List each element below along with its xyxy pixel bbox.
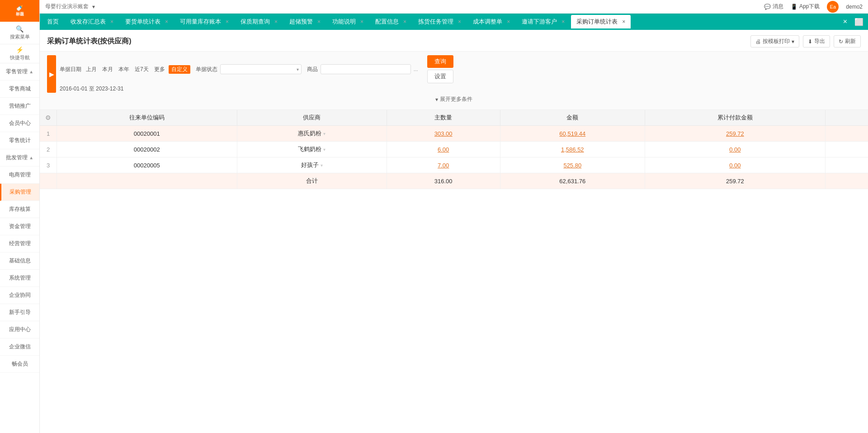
tab-overstock-warn[interactable]: 超储预警 × — [284, 15, 326, 29]
tab-close-icon[interactable]: × — [165, 19, 168, 25]
sidebar-item-marketing[interactable]: 营销推广 — [0, 98, 39, 115]
export-icon: ⬇ — [808, 38, 812, 45]
tab-home[interactable]: 首页 — [42, 15, 64, 29]
row-qty: 6.00 — [387, 142, 500, 157]
goods-more-icon[interactable]: ... — [414, 66, 418, 72]
sidebar-item-finance-mgmt[interactable]: 资金管理 — [0, 218, 39, 235]
date-shortcut-more[interactable]: 更多 — [152, 65, 167, 74]
tab-close-icon[interactable]: × — [110, 19, 113, 25]
tab-close-window-button[interactable]: × — [840, 18, 850, 26]
sidebar-item-search[interactable]: 🔍 搜索菜单 — [0, 22, 39, 44]
avatar: Ea — [827, 1, 839, 13]
tab-maximize-button[interactable]: ⬜ — [852, 18, 866, 26]
footer-empty — [825, 173, 868, 189]
paid-link[interactable]: 259.72 — [726, 130, 744, 137]
date-custom-button[interactable]: 自定义 — [169, 65, 190, 74]
workspace-selector[interactable]: 母婴行业演示账套 ▾ — [45, 3, 95, 10]
export-button[interactable]: ⬇ 导出 — [803, 35, 830, 48]
message-icon: 💬 — [764, 4, 771, 10]
sidebar-item-quick-nav[interactable]: ⚡ 快捷导航 — [0, 44, 39, 63]
row-amount: 525.80 — [500, 157, 645, 173]
goods-input[interactable] — [321, 64, 411, 74]
table-container: ⚙ 往来单位编码 供应商 主数量 金额 累计付款金额 1 00020001 惠氏… — [40, 110, 868, 433]
sidebar-menu: 零售管理 ▲ 零售商城 营销推广 会员中心 零售统计 批发管理 ▲ 电商管理 采… — [0, 63, 39, 433]
sidebar-item-ecommerce-mgmt[interactable]: 电商管理 — [0, 167, 39, 184]
sidebar-item-ops-mgmt[interactable]: 经营管理 — [0, 235, 39, 252]
purchase-stat-table: ⚙ 往来单位编码 供应商 主数量 金额 累计付款金额 1 00020001 惠氏… — [40, 110, 868, 189]
chevron-down-icon: ▲ — [29, 155, 33, 160]
sidebar-item-app-center[interactable]: 应用中心 — [0, 321, 39, 338]
date-range-display: 2016-01-01 至 2023-12-31 — [60, 85, 123, 93]
footer-total-label: 合计 — [237, 173, 387, 189]
tab-close-icon[interactable]: × — [226, 19, 229, 25]
print-dropdown-icon: ▾ — [792, 38, 794, 45]
tab-purchase-stat[interactable]: 采购订单统计表 × — [571, 15, 631, 29]
sidebar-item-retail-mgmt[interactable]: 零售管理 ▲ — [0, 63, 39, 81]
qty-link[interactable]: 303.00 — [434, 130, 453, 137]
goods-label: 商品 — [307, 66, 318, 73]
app-download-button[interactable]: 📱 App下载 — [791, 3, 820, 10]
workspace-name: 母婴行业演示账套 — [45, 3, 89, 10]
filter-actions: 查询 设置 — [427, 55, 453, 83]
filter-toggle-button[interactable]: ▶ — [47, 55, 56, 93]
date-shortcut-this-year[interactable]: 本年 — [117, 65, 131, 74]
sidebar-item-sys-mgmt[interactable]: 系统管理 — [0, 270, 39, 287]
sidebar-item-member[interactable]: 畅会员 — [0, 356, 39, 373]
tab-close-icon[interactable]: × — [317, 19, 321, 25]
tab-available-stock[interactable]: 可用量库存账本 × — [175, 15, 234, 29]
sidebar-item-basic-info[interactable]: 基础信息 — [0, 252, 39, 270]
query-button[interactable]: 查询 — [427, 55, 453, 68]
paid-link[interactable]: 0.00 — [729, 146, 741, 153]
sidebar-item-purchase-mgmt[interactable]: 采购管理 — [0, 184, 39, 201]
th-qty: 主数量 — [387, 110, 500, 126]
tab-collect-send[interactable]: 收发存汇总表 × — [65, 15, 119, 29]
tab-warranty[interactable]: 保质期查询 × — [235, 15, 283, 29]
date-shortcut-7days[interactable]: 近7天 — [133, 65, 151, 74]
amount-link[interactable]: 525.80 — [563, 162, 581, 169]
tab-function-desc[interactable]: 功能说明 × — [327, 15, 369, 29]
amount-link[interactable]: 1,586.52 — [561, 146, 584, 153]
tab-close-icon[interactable]: × — [274, 19, 278, 25]
date-shortcut-this-month[interactable]: 本月 — [100, 65, 115, 74]
tab-order-stat[interactable]: 要货单统计表 × — [120, 15, 174, 29]
footer-label — [57, 173, 237, 189]
column-settings-icon[interactable]: ⚙ — [45, 114, 51, 121]
setting-button[interactable]: 设置 — [427, 70, 453, 83]
row-amount: 1,586.52 — [500, 142, 645, 157]
sidebar-item-member-center[interactable]: 会员中心 — [0, 115, 39, 132]
status-select[interactable] — [220, 64, 302, 74]
tab-close-icon[interactable]: × — [458, 19, 461, 25]
sidebar-item-retail-mall[interactable]: 零售商城 — [0, 81, 39, 98]
tab-cost-adjust[interactable]: 成本调整单 × — [467, 15, 515, 29]
tab-close-icon[interactable]: × — [561, 19, 565, 25]
filter-status: 单据状态 — [196, 64, 302, 74]
date-label: 单据日期 — [60, 66, 81, 73]
expand-more-button[interactable]: ▾ 展开更多条件 — [435, 95, 472, 103]
refresh-button[interactable]: ↻ 刷新 — [834, 35, 861, 48]
footer-total-qty: 316.00 — [387, 173, 500, 189]
print-button[interactable]: 🖨 按模板打印 ▾ — [750, 35, 799, 48]
tab-close-icon[interactable]: × — [403, 19, 406, 25]
row-index: 2 — [40, 142, 57, 157]
sidebar-item-enterprise-wechat[interactable]: 企业微信 — [0, 338, 39, 356]
paid-link[interactable]: 0.00 — [729, 162, 741, 169]
qty-link[interactable]: 7.00 — [438, 162, 449, 169]
tab-close-icon[interactable]: × — [622, 19, 625, 25]
tab-pick-task[interactable]: 拣货任务管理 × — [413, 15, 467, 29]
sidebar-item-new-guide[interactable]: 新手引导 — [0, 304, 39, 321]
sidebar-item-enterprise-coop[interactable]: 企业协同 — [0, 287, 39, 304]
sidebar-item-retail-stat[interactable]: 零售统计 — [0, 132, 39, 149]
sidebar-item-inventory-check[interactable]: 库存核算 — [0, 201, 39, 218]
filter-date: 单据日期 上月 本月 本年 近7天 更多 自定义 — [60, 65, 190, 74]
sidebar-item-wholesale-mgmt[interactable]: 批发管理 ▲ — [0, 149, 39, 167]
table-body: 1 00020001 惠氏奶粉 ▾ 303.00 60,519.44 259.7… — [40, 126, 868, 173]
qty-link[interactable]: 6.00 — [438, 146, 449, 153]
date-shortcut-last-month[interactable]: 上月 — [84, 65, 99, 74]
mobile-icon: 📱 — [791, 4, 797, 10]
message-button[interactable]: 💬 消息 — [764, 3, 783, 10]
tab-invite-downstream[interactable]: 邀请下游客户 × — [516, 15, 570, 29]
tab-close-icon[interactable]: × — [360, 19, 363, 25]
tab-config-info[interactable]: 配置信息 × — [370, 15, 412, 29]
tab-close-icon[interactable]: × — [507, 19, 510, 25]
amount-link[interactable]: 60,519.44 — [559, 130, 585, 137]
